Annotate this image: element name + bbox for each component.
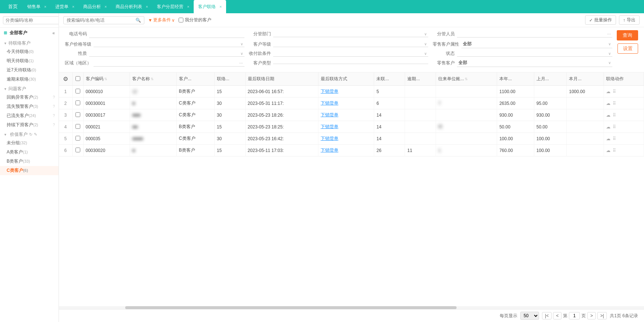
nav-tab-analysis-list[interactable]: 商品分析列表 × xyxy=(111,0,152,13)
sidebar-all-customers[interactable]: ⊞ 全部客户 « xyxy=(0,28,59,38)
nav-tab-sales[interactable]: 销售单 × xyxy=(23,0,51,13)
nav-tab-customer-tier[interactable]: 客户分层经营 × xyxy=(152,0,194,13)
th-overdue[interactable]: 逾期... xyxy=(405,72,436,86)
filter-cust-grade-select[interactable]: ∨ xyxy=(94,41,244,47)
sidebar-item-c-class[interactable]: C类客户(6) xyxy=(0,166,59,175)
edit-icon[interactable]: ✎ xyxy=(34,132,37,137)
help-icon-3[interactable]: ? xyxy=(53,114,55,118)
last-way-link-1[interactable]: 下销货单 xyxy=(321,100,338,106)
help-icon-2[interactable]: ? xyxy=(53,105,55,109)
last-page-button[interactable]: >| xyxy=(597,312,607,319)
cell-last-way[interactable]: 下销货单 xyxy=(318,121,374,133)
filter-cust-level-select[interactable]: ∨ xyxy=(273,41,429,47)
horizontal-scrollbar[interactable] xyxy=(59,306,644,309)
cell-last-way[interactable]: 下销货单 xyxy=(318,98,374,109)
cell-checkbox[interactable] xyxy=(72,145,83,156)
refresh-icon[interactable]: ↻ xyxy=(29,132,32,137)
my-customers-checkbox[interactable]: 我分管的客户 xyxy=(179,17,211,23)
nav-tab-purchase[interactable]: 进货单 × xyxy=(51,0,79,13)
my-customers-check[interactable] xyxy=(179,18,183,22)
last-way-link-3[interactable]: 下销货单 xyxy=(321,124,338,129)
filter-status-select[interactable]: ∨ xyxy=(457,51,612,57)
filter-nature-select[interactable]: ∨ xyxy=(89,51,244,57)
contact-icon-1[interactable]: ☁ xyxy=(606,101,610,106)
close-analysis-list-tab[interactable]: × xyxy=(146,4,148,9)
cell-checkbox[interactable] xyxy=(72,98,83,109)
more-icon-1[interactable]: ⠿ xyxy=(613,101,616,106)
cell-action[interactable]: ☁ ⠿ xyxy=(604,86,644,98)
nav-tab-analysis[interactable]: 商品分析 × xyxy=(79,0,111,13)
row-checkbox-1[interactable] xyxy=(75,100,80,105)
set-button[interactable]: 设置 xyxy=(617,43,638,54)
settings-icon[interactable]: ⚙ xyxy=(63,76,68,82)
sidebar-item-abnormal-repurchase[interactable]: 回购异常客户(2) ? xyxy=(0,93,59,102)
contact-icon-5[interactable]: ☁ xyxy=(606,148,610,153)
th-contact[interactable]: 联络... xyxy=(214,72,245,86)
close-sales-tab[interactable]: × xyxy=(44,4,46,9)
row-checkbox-3[interactable] xyxy=(75,124,80,129)
filter-payment-select[interactable]: ∨ xyxy=(273,51,429,57)
sidebar-search-input[interactable] xyxy=(3,16,59,24)
prev-page-button[interactable]: < xyxy=(553,312,562,319)
cell-action[interactable]: ☁ ⠿ xyxy=(604,145,644,156)
sidebar-item-churned[interactable]: 已流失客户(24) ? xyxy=(0,111,59,120)
cell-last-way[interactable]: 下销货单 xyxy=(318,133,374,145)
th-account[interactable]: 往来单位账...⇅ xyxy=(436,72,497,86)
cell-checkbox[interactable] xyxy=(72,133,83,145)
more-icon-5[interactable]: ⠿ xyxy=(613,148,616,153)
filter-phone-input[interactable] xyxy=(89,30,244,38)
th-last-date[interactable]: 最后联络日期 xyxy=(245,72,318,86)
filter-retail-attr-select[interactable]: 全部 ∨ xyxy=(461,40,612,48)
query-button[interactable]: 查询 xyxy=(617,30,638,40)
more-icon-0[interactable]: ⠿ xyxy=(613,89,616,94)
nav-home[interactable]: 首页 xyxy=(3,0,23,13)
close-analysis-tab[interactable]: × xyxy=(105,4,107,9)
th-name[interactable]: 客户名称⇅ xyxy=(130,72,177,86)
sidebar-item-today[interactable]: 今天待联络(0) xyxy=(0,47,59,56)
per-page-select[interactable]: 50 100 xyxy=(520,312,539,320)
cell-last-way[interactable]: 下销货单 xyxy=(318,145,374,156)
batch-ops-button[interactable]: ✓ 批量操作 xyxy=(585,15,616,25)
close-customer-contact-tab[interactable]: × xyxy=(219,4,222,9)
cell-checkbox[interactable] xyxy=(72,109,83,121)
search-input[interactable] xyxy=(67,18,136,23)
cell-checkbox[interactable] xyxy=(72,121,83,133)
more-icon-4[interactable]: ⠿ xyxy=(613,136,616,141)
scrollbar-thumb[interactable] xyxy=(125,306,457,309)
last-way-link-4[interactable]: 下销货单 xyxy=(321,136,338,141)
cell-last-way[interactable]: 下销货单 xyxy=(318,109,374,121)
cell-action[interactable]: ☁ ⠿ xyxy=(604,121,644,133)
sidebar-item-declining[interactable]: 持续下滑客户(2) ? xyxy=(0,120,59,130)
first-page-button[interactable]: |< xyxy=(542,312,552,319)
nav-tab-customer-contact[interactable]: 客户联络 × xyxy=(194,0,226,13)
filter-cust-type-select[interactable] xyxy=(273,62,429,64)
th-last-way[interactable]: 最后联络方式 xyxy=(318,72,374,86)
more-icon-2[interactable]: ⠿ xyxy=(613,113,616,118)
sidebar-group-pending[interactable]: 待联络客户 xyxy=(0,38,59,47)
manager-dots-icon[interactable]: ··· xyxy=(607,31,611,36)
sidebar-group-problem[interactable]: 问题客户 xyxy=(0,84,59,93)
sidebar-item-a-class[interactable]: A类客户(1) xyxy=(0,148,59,157)
search-icon[interactable]: 🔍 xyxy=(136,18,141,23)
filter-dept-select[interactable]: ∨ xyxy=(273,31,429,37)
row-checkbox-0[interactable] xyxy=(75,89,80,93)
sidebar-group-value[interactable]: 价值客户 ↻ ✎ xyxy=(0,130,59,138)
filter-retail-customer-select[interactable]: 全部 ∨ xyxy=(457,59,612,67)
next-page-button[interactable]: > xyxy=(587,312,596,319)
contact-icon-4[interactable]: ☁ xyxy=(606,136,610,141)
cell-action[interactable]: ☁ ⠿ xyxy=(604,133,644,145)
select-all-checkbox[interactable] xyxy=(75,76,80,81)
contact-icon-2[interactable]: ☁ xyxy=(606,113,610,118)
last-way-link-2[interactable]: 下销货单 xyxy=(321,112,338,117)
row-checkbox-4[interactable] xyxy=(75,136,80,141)
more-icon-3[interactable]: ⠿ xyxy=(613,124,616,130)
sidebar-item-churn-warning[interactable]: 流失预警客户(3) ? xyxy=(0,102,59,111)
th-this-month[interactable]: 本月... xyxy=(567,72,604,86)
th-code[interactable]: 客户编码⇅ xyxy=(83,72,130,86)
close-customer-tier-tab[interactable]: × xyxy=(187,4,189,9)
cell-action[interactable]: ☁ ⠿ xyxy=(604,98,644,109)
cell-action[interactable]: ☁ ⠿ xyxy=(604,109,644,121)
filter-region-select[interactable]: ··· xyxy=(94,60,244,67)
last-way-link-5[interactable]: 下销货单 xyxy=(321,148,338,153)
cell-checkbox[interactable] xyxy=(72,86,83,98)
